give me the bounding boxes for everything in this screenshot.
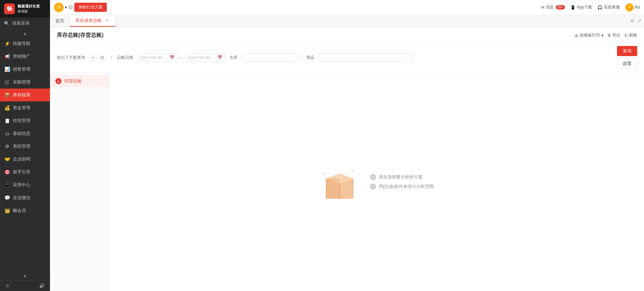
date-start-placeholder: yyyy-mm-dd (140, 55, 162, 60)
svg-text:✦: ✦ (322, 172, 325, 176)
user-name-btn[interactable]: R Rit (625, 3, 640, 11)
header-actions: 🖨 按模板打印 ▾ ⬆ 导出 ↻ 刷新 (574, 32, 637, 38)
tab-panel-expand-icon[interactable]: ⤢ (637, 18, 641, 24)
sidebar-item-label: 销售管理 (13, 66, 30, 72)
user-name: Rit (635, 5, 640, 10)
empty-hint-2: 2 用[过滤]条件来缩小分析范围 (370, 184, 434, 190)
print-dropdown-icon: ▾ (601, 33, 603, 38)
svg-text:✦: ✦ (355, 183, 357, 186)
industry-btn[interactable]: 体验行业方案 (74, 3, 107, 12)
messages-label: 消息 (546, 4, 554, 10)
sidebar-item-basic[interactable]: 🗂 基础信息 (0, 127, 50, 140)
sidebar-item-label: 应用中心 (13, 182, 30, 188)
sidebar-item-label: 畅会员 (13, 208, 26, 214)
purchase-icon: 🛒 (4, 79, 10, 85)
tab-inventory-cost[interactable]: 库存成本总账 ✕ (70, 15, 116, 27)
tab-close-btn[interactable]: ✕ (104, 18, 110, 24)
app-download-btn[interactable]: 📱 App下载 (570, 4, 592, 10)
search-menu[interactable]: 🔍 搜索菜单 (0, 18, 50, 29)
app-logo: 畅 畅捷通好生意 标准版 (0, 0, 50, 18)
date-end-placeholder: yyyy-mm-dd (188, 55, 210, 60)
online-service-btn[interactable]: 🎧 在线客服 (597, 4, 620, 10)
sidebar-item-finance[interactable]: 💰 资金管理 (0, 101, 50, 114)
scheme-item-label: 存货总账 (64, 78, 82, 84)
refresh-btn[interactable]: ↻ 刷新 (624, 32, 637, 38)
calendar-end-icon: 📅 (217, 55, 222, 60)
scheme-sidebar: ● 存货总账 (50, 73, 109, 291)
basic-icon: 🗂 (4, 130, 10, 137)
marketing-icon: 📢 (4, 53, 10, 59)
sidebar-item-cooperation[interactable]: 🤝 企业协同 (0, 153, 50, 166)
topbar-user-area: ✉ 消息 99+ 📱 App下载 🎧 在线客服 R Rit (541, 3, 640, 11)
scroll-down-btn[interactable]: ▼ (0, 272, 50, 280)
query-btn[interactable]: 查询 (617, 46, 637, 56)
headset-icon: 🎧 (597, 5, 602, 10)
inventory-icon: 📦 (4, 92, 10, 98)
sidebar-item-label: 营销推广 (13, 53, 30, 59)
date-end-input[interactable]: yyyy-mm-dd 📅 (185, 53, 225, 62)
settings-footer-icon[interactable]: ⚙ (5, 283, 9, 288)
filter-collapse-btn[interactable]: 《 (108, 54, 113, 60)
apps-icon: 📱 (4, 182, 10, 188)
date-start-input[interactable]: yyyy-mm-dd 📅 (137, 53, 178, 62)
warehouse-more-icon: ··· (295, 55, 299, 60)
topbar-user-dropdown[interactable]: 用 ▾ (54, 3, 67, 12)
sidebar-item-guide[interactable]: 🎯 新手引导 (0, 166, 50, 178)
user-small-avatar: R (625, 3, 634, 11)
sidebar-item-wechat[interactable]: 💬 企业微信 (0, 191, 50, 204)
empty-state: ✦ ✦ ✦ 1 请先选择要分析的方案 2 用[过滤]条件来缩小分析范围 (109, 73, 644, 291)
hint-number-2: 2 (370, 184, 376, 190)
tab-inventory-cost-label: 库存成本总账 (75, 18, 102, 24)
page-title: 库存总账(存货总账) (57, 32, 104, 39)
filter-reset-btn[interactable]: ⊙ (99, 54, 106, 61)
messages-badge: 99+ (556, 5, 565, 9)
query-action-btns: 查询 设置 (617, 46, 637, 69)
sidebar-item-marketing[interactable]: 📢 营销推广 (0, 50, 50, 63)
sidebar-item-label: 企业协同 (13, 156, 30, 162)
messages-btn[interactable]: ✉ 消息 99+ (541, 4, 565, 10)
refresh-label: 刷新 (629, 32, 637, 38)
export-icon: ⬆ (608, 33, 611, 38)
sidebar-item-apps[interactable]: 📱 应用中心 (0, 178, 50, 191)
filter-add-btn[interactable]: + (89, 54, 97, 61)
message-icon: ✉ (541, 5, 544, 10)
product-select[interactable]: ··· (319, 53, 413, 62)
tab-home[interactable]: 首页 (50, 15, 70, 27)
content-body: ● 存货总账 (50, 73, 644, 291)
sidebar-item-inventory[interactable]: 📦 库存核算 (0, 89, 50, 101)
logo-sub: 标准版 (18, 9, 40, 14)
sidebar-item-sales[interactable]: 📊 销售管理 (0, 63, 50, 76)
sidebar-footer: ⚙ 🔊 (0, 280, 50, 291)
scroll-up-btn[interactable]: ▲ (0, 29, 50, 37)
phone-icon: 📱 (570, 5, 575, 10)
warehouse-select[interactable]: ··· (242, 53, 302, 62)
speaker-icon[interactable]: 🔊 (39, 283, 45, 288)
sidebar-item-label: 企业微信 (13, 195, 30, 201)
sidebar-item-label: 新手引导 (13, 169, 30, 175)
export-btn[interactable]: ⬆ 导出 (608, 32, 620, 38)
print-btn[interactable]: 🖨 按模板打印 ▾ (574, 32, 603, 38)
logo-name: 畅捷通好生意 (18, 4, 40, 9)
date-separator: — (179, 55, 183, 60)
scheme-item-inventory-ledger[interactable]: ● 存货总账 (50, 75, 109, 87)
scheme-icon: ● (55, 78, 61, 84)
search-icon: 🔍 (4, 21, 9, 26)
sidebar-item-label: 采购管理 (13, 79, 30, 85)
settings-btn[interactable]: 设置 (617, 58, 637, 69)
sidebar-item-purchase[interactable]: 🛒 采购管理 (0, 76, 50, 89)
sidebar-item-operations[interactable]: 📋 经营管理 (0, 114, 50, 127)
wechat-icon: 💬 (4, 195, 10, 201)
print-icon: 🖨 (574, 33, 578, 38)
sidebar-item-system[interactable]: ⚙ 系统管理 (0, 140, 50, 153)
sidebar-item-label: 资金管理 (13, 105, 30, 111)
sidebar: 畅 畅捷通好生意 标准版 🔍 搜索菜单 ▲ ⚡ 快捷导航 📢 营销推广 📊 销售… (0, 0, 50, 291)
sidebar-item-shortcuts[interactable]: ⚡ 快捷导航 (0, 37, 50, 50)
tab-home-label: 首页 (55, 18, 64, 24)
tab-panel-close-icon[interactable]: ✕ (630, 18, 634, 24)
user-avatar: 用 (54, 3, 64, 12)
gear-button[interactable]: ⚙ (68, 4, 73, 10)
app-download-label: App下载 (577, 4, 592, 10)
empty-hints: 1 请先选择要分析的方案 2 用[过滤]条件来缩小分析范围 (370, 174, 434, 190)
sidebar-item-member[interactable]: 👑 畅会员 (0, 204, 50, 217)
sidebar-item-label: 系统管理 (13, 143, 30, 149)
